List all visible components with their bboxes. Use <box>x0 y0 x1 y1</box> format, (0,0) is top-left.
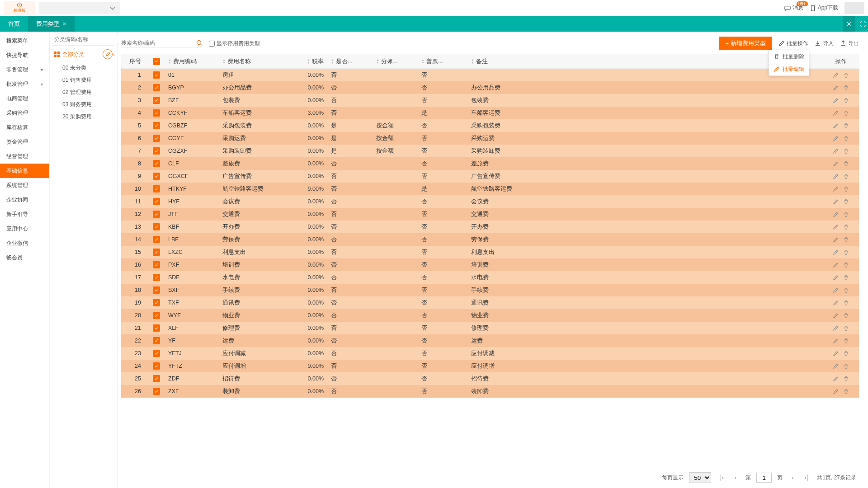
row-checkbox[interactable]: ✓ <box>153 350 160 357</box>
cell-checkbox[interactable]: ✓ <box>148 135 165 142</box>
row-checkbox[interactable]: ✓ <box>153 147 160 155</box>
row-delete-button[interactable] <box>843 199 849 205</box>
row-delete-button[interactable] <box>843 211 849 217</box>
cell-checkbox[interactable]: ✓ <box>148 147 165 155</box>
row-edit-button[interactable] <box>833 376 839 382</box>
th-rate[interactable]: ▲▼税率 <box>291 57 327 66</box>
table-row[interactable]: 4✓CCKYF车船客运费3.00%否是车船客运费 <box>121 107 859 119</box>
row-edit-button[interactable] <box>833 287 839 293</box>
th-is[interactable]: ▲▼是否... <box>327 57 373 66</box>
row-edit-button[interactable] <box>833 325 839 331</box>
add-fee-type-button[interactable]: + 新增费用类型 <box>719 37 772 50</box>
row-edit-button[interactable] <box>833 98 839 103</box>
row-delete-button[interactable] <box>843 287 849 293</box>
row-edit-button[interactable] <box>833 363 839 369</box>
cell-checkbox[interactable]: ✓ <box>148 97 165 104</box>
row-delete-button[interactable] <box>843 275 849 281</box>
row-checkbox[interactable]: ✓ <box>153 337 160 344</box>
cell-checkbox[interactable]: ✓ <box>148 375 165 382</box>
th-name[interactable]: ▲▼费用名称 <box>219 57 291 66</box>
row-delete-button[interactable] <box>843 72 849 78</box>
cell-checkbox[interactable]: ✓ <box>148 274 165 281</box>
row-delete-button[interactable] <box>843 98 849 103</box>
table-row[interactable]: 24✓YFTZ应付调增0.00%否否应付调增 <box>121 360 859 372</box>
checkbox-all[interactable]: ✓ <box>153 58 160 65</box>
search-input[interactable] <box>121 40 196 46</box>
row-delete-button[interactable] <box>843 110 849 116</box>
row-checkbox[interactable]: ✓ <box>153 261 160 268</box>
sidebar-item[interactable]: 企业协同 <box>0 192 49 207</box>
table-row[interactable]: 7✓CGZXF采购装卸费0.00%是按金额否采购装卸费 <box>121 145 859 157</box>
row-checkbox[interactable]: ✓ <box>153 71 160 79</box>
tabbar-expand-button[interactable] <box>858 16 868 32</box>
row-checkbox[interactable]: ✓ <box>153 249 160 256</box>
table-row[interactable]: 16✓PXF培训费0.00%否否培训费 <box>121 258 859 271</box>
cell-checkbox[interactable]: ✓ <box>148 249 165 256</box>
row-delete-button[interactable] <box>843 237 849 243</box>
row-edit-button[interactable] <box>833 262 839 268</box>
cell-checkbox[interactable]: ✓ <box>148 211 165 218</box>
table-row[interactable]: 20✓WYF物业费0.00%否否物业费 <box>121 309 859 322</box>
row-edit-button[interactable] <box>833 338 839 344</box>
th-share[interactable]: ▲▼分摊... <box>373 57 418 66</box>
sidebar-item[interactable]: 新手引导 <box>0 207 49 221</box>
row-edit-button[interactable] <box>833 275 839 281</box>
tree-item[interactable]: 02 管理费用 <box>52 86 114 99</box>
row-checkbox[interactable]: ✓ <box>153 135 160 142</box>
prev-page-button[interactable]: ‹ <box>731 473 740 482</box>
table-row[interactable]: 9✓GGXCF广告宣传费0.00%否否广告宣传费 <box>121 170 859 183</box>
table-row[interactable]: 23✓YFTJ应付调减0.00%否否应付调减 <box>121 347 859 360</box>
row-delete-button[interactable] <box>843 262 849 268</box>
table-row[interactable]: 1✓01房租0.00%否否 <box>121 69 859 81</box>
row-checkbox[interactable]: ✓ <box>153 286 160 294</box>
row-delete-button[interactable] <box>843 363 849 369</box>
sidebar-item[interactable]: 库存核算 <box>0 120 49 135</box>
cell-checkbox[interactable]: ✓ <box>148 185 165 192</box>
row-edit-button[interactable] <box>833 224 839 230</box>
cell-checkbox[interactable]: ✓ <box>148 362 165 370</box>
table-row[interactable]: 2✓BGYP办公用品费0.00%否否办公用品费 <box>121 81 859 94</box>
table-row[interactable]: 19✓TXF通讯费0.00%否否通讯费 <box>121 296 859 309</box>
row-checkbox[interactable]: ✓ <box>153 109 160 117</box>
cell-checkbox[interactable]: ✓ <box>148 198 165 205</box>
row-checkbox[interactable]: ✓ <box>153 160 160 167</box>
tree-collapse-button[interactable]: « <box>113 52 115 57</box>
row-checkbox[interactable]: ✓ <box>153 274 160 281</box>
row-delete-button[interactable] <box>843 148 849 154</box>
table-row[interactable]: 26✓ZXF装卸费0.00%否否装卸费 <box>121 385 859 398</box>
sidebar-item[interactable]: 应用中心 <box>0 221 49 236</box>
row-checkbox[interactable]: ✓ <box>153 185 160 192</box>
row-delete-button[interactable] <box>843 161 849 167</box>
table-row[interactable]: 3✓BZF包装费0.00%否否包装费 <box>121 94 859 107</box>
row-delete-button[interactable] <box>843 376 849 382</box>
cell-checkbox[interactable]: ✓ <box>148 84 165 91</box>
cell-checkbox[interactable]: ✓ <box>148 324 165 332</box>
cell-checkbox[interactable]: ✓ <box>148 122 165 129</box>
table-row[interactable]: 17✓SDF水电费0.00%否否水电费 <box>121 271 859 284</box>
cell-checkbox[interactable]: ✓ <box>148 312 165 319</box>
table-row[interactable]: 21✓XLF修理费0.00%否否修理费 <box>121 322 859 334</box>
tree-item[interactable]: 20 采购费用 <box>52 111 114 123</box>
row-edit-button[interactable] <box>833 300 839 306</box>
row-delete-button[interactable] <box>843 85 849 91</box>
table-row[interactable]: 11✓HYF会议费0.00%否否会议费 <box>121 195 859 208</box>
sidebar-item[interactable]: 基础信息 <box>0 164 49 178</box>
cell-checkbox[interactable]: ✓ <box>148 173 165 180</box>
tree-item[interactable]: 01 销售费用 <box>52 74 114 86</box>
row-edit-button[interactable] <box>833 174 839 179</box>
row-edit-button[interactable] <box>833 161 839 167</box>
next-page-button[interactable]: › <box>788 473 797 482</box>
row-checkbox[interactable]: ✓ <box>153 375 160 382</box>
app-download-button[interactable]: App下载 <box>810 4 838 12</box>
th-code[interactable]: ▲▼费用编码 <box>165 57 219 66</box>
row-delete-button[interactable] <box>843 300 849 306</box>
row-checkbox[interactable]: ✓ <box>153 84 160 91</box>
row-delete-button[interactable] <box>843 136 849 141</box>
tree-item[interactable]: 03 财务费用 <box>52 99 114 111</box>
sidebar-item[interactable]: 快捷导航 <box>0 48 49 62</box>
table-row[interactable]: 10✓HTKYF航空铁路客运费9.00%否是航空铁路客运费 <box>121 183 859 195</box>
table-row[interactable]: 6✓CGYF采购运费0.00%是按金额否采购运费 <box>121 132 859 145</box>
row-checkbox[interactable]: ✓ <box>153 223 160 230</box>
page-input[interactable] <box>756 473 772 483</box>
per-page-select[interactable]: 50 <box>689 472 711 483</box>
